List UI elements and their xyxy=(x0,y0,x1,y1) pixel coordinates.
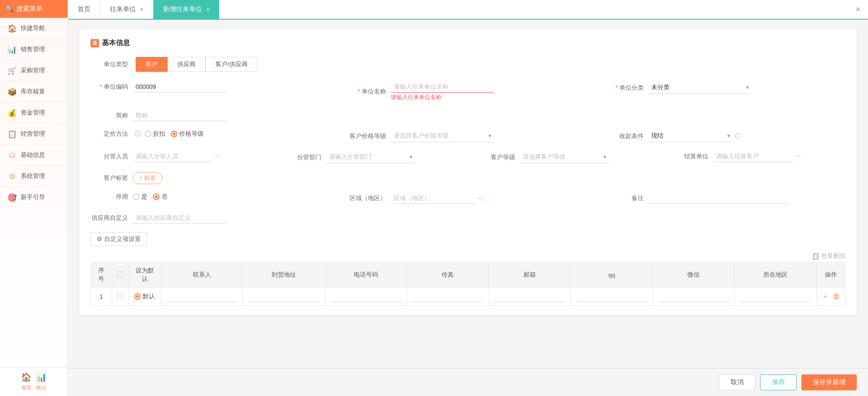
sidebar-item-inventory[interactable]: 📦 库存核算 xyxy=(0,81,68,102)
sidebar-item-quick-nav[interactable]: 🏠 快捷导航 xyxy=(0,18,68,39)
customer-price-level-group: 客户价格等级 请选择客户价格等级 ▾ xyxy=(349,130,588,142)
sidebar-item-base[interactable]: 🗂 基础信息 xyxy=(0,145,68,166)
sidebar-item-guide[interactable]: 🎯 新手引导 xyxy=(0,187,68,208)
search-menu-button[interactable]: 🔍 搜索菜单 xyxy=(0,0,68,18)
tab-contacts-close[interactable]: × xyxy=(140,6,144,13)
sidebar-item-system[interactable]: ⚙ 系统管理 xyxy=(0,166,68,187)
default-radio-circle xyxy=(134,293,141,300)
manager-dots[interactable]: ··· xyxy=(214,152,221,161)
customer-tags-label: 客户标签 xyxy=(91,174,128,182)
stats-bottom-icon: 📊 xyxy=(36,372,46,382)
region-dots[interactable]: ··· xyxy=(477,194,483,202)
cell-wechat[interactable] xyxy=(653,287,735,306)
header-checkbox[interactable] xyxy=(117,271,123,278)
email-input[interactable] xyxy=(494,291,566,302)
cancel-button[interactable]: 取消 xyxy=(719,374,755,390)
qq-input[interactable] xyxy=(576,291,648,302)
disabled-radio-group: 是 否 xyxy=(133,193,168,201)
default-radio[interactable]: 默认 xyxy=(133,292,156,301)
tab-contacts[interactable]: 往来单位 × xyxy=(100,0,153,19)
unit-btn-customer[interactable]: 客户 xyxy=(136,57,168,72)
tab-new-contact[interactable]: 新增往来单位 × xyxy=(153,0,220,19)
sidebar-item-label: 采购管理 xyxy=(21,66,45,75)
payment-terms-select[interactable]: 现结 ▾ xyxy=(648,130,733,142)
save-button[interactable]: 保存 xyxy=(760,374,797,390)
cell-phone[interactable] xyxy=(325,287,407,306)
settlement-unit-dots[interactable]: ··· xyxy=(795,152,801,161)
unit-name-label: 单位名称 xyxy=(349,87,386,96)
unit-code-input[interactable] xyxy=(133,81,227,93)
sidebar-item-finance[interactable]: 💰 资金管理 xyxy=(0,102,68,124)
table-header: 序号 设为默认 联系人 到货地址 电话号码 传真 邮箱 qq 微信 所在地区 操… xyxy=(91,263,845,287)
unit-name-input[interactable] xyxy=(391,81,494,93)
customer-level-select[interactable]: 请选择客户等级 ▾ xyxy=(520,151,609,163)
customer-price-level-select[interactable]: 请选择客户价格等级 ▾ xyxy=(391,130,494,142)
pricing-help-icon[interactable]: ⓘ xyxy=(135,130,141,138)
col-index: 序号 xyxy=(91,263,112,287)
row-delete-button[interactable]: 🗑 xyxy=(833,292,840,301)
cell-contact[interactable] xyxy=(161,287,243,306)
address-input[interactable] xyxy=(248,291,320,302)
cell-region[interactable] xyxy=(735,287,817,306)
col-actions: 操作 xyxy=(816,263,845,287)
radio-price-level[interactable]: 价格等级 xyxy=(171,130,204,138)
main-content: 首页 往来单位 × 新增往来单位 × × 基 基本信息 单位类型 客户 供应商 … xyxy=(68,0,868,396)
region-row-input[interactable] xyxy=(739,291,812,302)
home-bottom-label: 首页 xyxy=(21,384,31,391)
unit-category-value: 未分类 xyxy=(651,83,746,92)
contact-input[interactable] xyxy=(166,291,238,302)
cell-qq[interactable] xyxy=(571,287,653,306)
wechat-input[interactable] xyxy=(658,291,730,302)
search-menu-label: 搜索菜单 xyxy=(16,5,43,13)
finance-icon: 💰 xyxy=(8,108,17,117)
add-tag-button[interactable]: + 标签 xyxy=(133,172,162,184)
radio-discount[interactable]: 折扣 xyxy=(145,130,165,138)
contacts-table: 序号 设为默认 联系人 到货地址 电话号码 传真 邮箱 qq 微信 所在地区 操… xyxy=(91,262,845,306)
unit-category-select[interactable]: 未分类 ▾ xyxy=(648,81,752,94)
payment-terms-help-icon[interactable]: ⓘ xyxy=(735,132,741,140)
sidebar-item-operation[interactable]: 📋 经营管理 xyxy=(0,124,68,145)
custom-settings-button[interactable]: ⚙ 自定义项设置 xyxy=(91,232,147,246)
row-checkbox[interactable] xyxy=(117,293,123,299)
sidebar-item-purchase[interactable]: 🛒 采购管理 xyxy=(0,60,68,81)
tab-new-contact-close[interactable]: × xyxy=(206,6,210,13)
remark-input[interactable] xyxy=(648,193,789,204)
system-icon: ⚙ xyxy=(8,171,17,181)
short-name-input[interactable] xyxy=(133,110,227,121)
manager-input[interactable] xyxy=(133,151,213,162)
radio-disabled-no[interactable]: 否 xyxy=(153,193,168,201)
supplier-custom-label: 供应商自定义 xyxy=(91,214,128,222)
row-add-button[interactable]: ＋ xyxy=(822,292,829,302)
unit-btn-supplier[interactable]: 供应商 xyxy=(168,57,206,72)
phone-input[interactable] xyxy=(330,291,402,302)
supplier-custom-input[interactable] xyxy=(133,212,227,224)
department-select[interactable]: 请输入分管部门 ▾ xyxy=(326,151,415,163)
sales-icon: 📊 xyxy=(8,45,17,54)
customer-level-arrow: ▾ xyxy=(603,154,606,160)
unit-btn-both[interactable]: 客户/供应商 xyxy=(206,57,258,72)
cell-address[interactable] xyxy=(243,287,325,306)
payment-terms-arrow: ▾ xyxy=(727,132,730,139)
sidebar-item-label: 资金管理 xyxy=(21,109,45,117)
tab-bar-close-all[interactable]: × xyxy=(848,0,868,19)
home-bottom-btn[interactable]: 🏠 首页 xyxy=(21,372,31,391)
form-row-manager: 分管人员 ··· 分管部门 请输入分管部门 ▾ 客户等级 请选择客户等级 xyxy=(91,151,845,163)
sidebar-item-label: 经营管理 xyxy=(21,130,45,138)
region-input[interactable] xyxy=(391,193,475,204)
batch-delete-area[interactable]: 📋 批量删除 xyxy=(91,252,845,260)
cell-email[interactable] xyxy=(489,287,571,306)
tab-home[interactable]: 首页 xyxy=(68,0,100,19)
stats-bottom-btn[interactable]: 📊 统计 xyxy=(36,372,46,391)
radio-disabled-yes[interactable]: 是 xyxy=(133,193,147,201)
radio-yes-circle xyxy=(133,194,139,200)
settlement-unit-input[interactable] xyxy=(713,151,793,162)
save-new-button[interactable]: 保存并新增 xyxy=(801,374,857,390)
fax-input[interactable] xyxy=(412,291,484,302)
cell-fax[interactable] xyxy=(407,287,489,306)
section-icon: 基 xyxy=(91,39,99,47)
payment-terms-value: 现结 xyxy=(651,132,727,140)
unit-category-group: 单位分类 未分类 ▾ xyxy=(606,81,845,94)
home-bottom-icon: 🏠 xyxy=(21,372,31,382)
sidebar-item-sales[interactable]: 📊 销售管理 xyxy=(0,39,68,60)
unit-name-group: 单位名称 请输入往来单位名称 xyxy=(349,81,588,101)
